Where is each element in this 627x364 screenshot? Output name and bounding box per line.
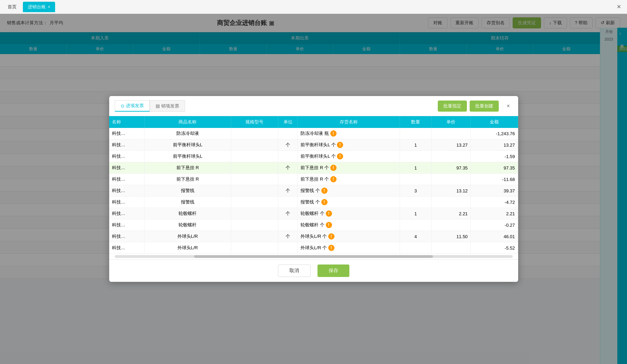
cell-spec	[231, 185, 278, 197]
cell-spec	[231, 219, 278, 231]
tab-active[interactable]: 进销台账 ×	[23, 2, 55, 12]
cell-name: 科技…	[109, 242, 145, 254]
outbound-tab-icon: ▤	[156, 103, 160, 109]
cell-unit	[278, 197, 298, 208]
warning-icon: !	[321, 188, 328, 194]
cell-quantity	[400, 197, 432, 208]
warning-icon: !	[337, 142, 343, 148]
invoice-table: 名称 商品名称 规格型号 单位 存货名称 数量 单价 金额 科技… 防冻冷却液	[109, 116, 518, 254]
cell-unit-price	[431, 242, 470, 254]
warning-icon: !	[326, 210, 332, 217]
warning-icon: !	[337, 153, 343, 159]
cell-unit: 个	[278, 208, 298, 219]
cell-product: 报警线	[145, 197, 231, 208]
cell-unit-price: 2.21	[431, 208, 470, 219]
cell-quantity	[400, 128, 432, 139]
cell-amount: 2.21	[471, 208, 518, 219]
cell-name: 科技…	[109, 151, 145, 162]
col-header-stock: 存货名称	[298, 116, 400, 128]
col-header-product: 商品名称	[145, 116, 231, 128]
modal-table: 名称 商品名称 规格型号 单位 存货名称 数量 单价 金额 科技… 防冻冷却液	[109, 116, 518, 254]
table-row: 科技… 前平衡杆球头L 个 前平衡杆球头L 个 ! 1 13.27 13.27	[109, 139, 518, 151]
cell-quantity	[400, 151, 432, 162]
cell-stock: 报警线 个 !	[298, 197, 400, 208]
table-row: 科技… 前平衡杆球头L 前平衡杆球头L 个 ! -1.59	[109, 151, 518, 162]
cell-unit-price	[431, 151, 470, 162]
cell-amount: -5.52	[471, 242, 518, 254]
tab-close-icon[interactable]: ×	[48, 5, 50, 9]
modal-header: ⊙ 进项发票 ▤ 销项发票 批量指定 批量创建 ×	[109, 96, 518, 116]
inbound-tab-icon: ⊙	[121, 103, 124, 109]
tab-inbound-invoice[interactable]: ⊙ 进项发票	[115, 100, 150, 112]
tab-home[interactable]: 首页	[3, 2, 21, 12]
cell-unit: 个	[278, 185, 298, 197]
cell-unit-price	[431, 174, 470, 185]
table-row: 科技… 轮毂螺杆 个 轮毂螺杆 个 ! 1 2.21 2.21	[109, 208, 518, 219]
cell-unit: 个	[278, 139, 298, 151]
cell-stock: 前下悬挂 R 个 !	[298, 174, 400, 185]
cell-stock: 前平衡杆球头L 个 !	[298, 139, 400, 151]
cell-quantity: 3	[400, 185, 432, 197]
cell-quantity: 1	[400, 162, 432, 174]
modal-footer: 取消 保存	[109, 259, 518, 282]
table-row: 科技… 轮毂螺杆 轮毂螺杆 个 ! -0.27	[109, 219, 518, 231]
cell-stock: 轮毂螺杆 个 !	[298, 208, 400, 219]
cell-unit-price: 97.35	[431, 162, 470, 174]
cancel-button[interactable]: 取消	[278, 265, 311, 277]
modal-tabs: ⊙ 进项发票 ▤ 销项发票	[115, 100, 185, 112]
modal-horizontal-scrollbar[interactable]	[115, 255, 513, 258]
cell-unit	[278, 151, 298, 162]
cell-unit-price	[431, 128, 470, 139]
cell-unit	[278, 242, 298, 254]
col-header-unit: 单位	[278, 116, 298, 128]
cell-quantity: 4	[400, 231, 432, 242]
batch-assign-button[interactable]: 批量指定	[438, 101, 467, 112]
warning-icon: !	[330, 165, 337, 171]
table-row: 科技… 防冻冷却液 防冻冷却液 瓶 ! -1,243.76	[109, 128, 518, 139]
table-row: 科技… 外球头L/R 外球头L/R 个 ! -5.52	[109, 242, 518, 254]
cell-unit-price: 13.27	[431, 139, 470, 151]
cell-product: 前下悬挂 R	[145, 174, 231, 185]
cell-product: 外球头L/R	[145, 242, 231, 254]
cell-unit: 个	[278, 231, 298, 242]
cell-amount: 39.37	[471, 185, 518, 197]
warning-icon: !	[328, 245, 334, 251]
cell-unit	[278, 219, 298, 231]
warning-icon: !	[328, 233, 334, 240]
cell-name: 科技…	[109, 139, 145, 151]
cell-name: 科技…	[109, 162, 145, 174]
table-row: 科技… 前下悬挂 R 前下悬挂 R 个 ! -11.68	[109, 174, 518, 185]
cell-spec	[231, 208, 278, 219]
cell-stock: 报警线 个 !	[298, 185, 400, 197]
modal-close-button[interactable]: ×	[504, 102, 513, 110]
cell-amount: 97.35	[471, 162, 518, 174]
save-button[interactable]: 保存	[317, 265, 349, 277]
col-header-amount: 金额	[471, 116, 518, 128]
cell-product: 轮毂螺杆	[145, 219, 231, 231]
cell-product: 前下悬挂 R	[145, 162, 231, 174]
cell-quantity: 1	[400, 139, 432, 151]
cell-stock: 外球头L/R 个 !	[298, 242, 400, 254]
cell-product: 前平衡杆球头L	[145, 139, 231, 151]
cell-spec	[231, 151, 278, 162]
cell-name: 科技…	[109, 185, 145, 197]
cell-stock: 防冻冷却液 瓶 !	[298, 128, 400, 139]
cell-spec	[231, 231, 278, 242]
cell-unit	[278, 174, 298, 185]
cell-spec	[231, 162, 278, 174]
cell-quantity: 1	[400, 208, 432, 219]
cell-product: 前平衡杆球头L	[145, 151, 231, 162]
modal-header-buttons: 批量指定 批量创建	[438, 101, 499, 112]
tab-outbound-invoice[interactable]: ▤ 销项发票	[150, 100, 185, 112]
cell-name: 科技…	[109, 231, 145, 242]
cell-name: 科技…	[109, 208, 145, 219]
cell-spec	[231, 139, 278, 151]
cell-amount: -4.72	[471, 197, 518, 208]
modal-dialog: ⊙ 进项发票 ▤ 销项发票 批量指定 批量创建 ×	[109, 96, 518, 282]
cell-unit-price: 13.12	[431, 185, 470, 197]
window-close-button[interactable]: ✕	[613, 1, 624, 12]
col-header-name: 名称	[109, 116, 145, 128]
cell-quantity	[400, 242, 432, 254]
batch-create-button[interactable]: 批量创建	[470, 101, 499, 112]
cell-amount: -11.68	[471, 174, 518, 185]
